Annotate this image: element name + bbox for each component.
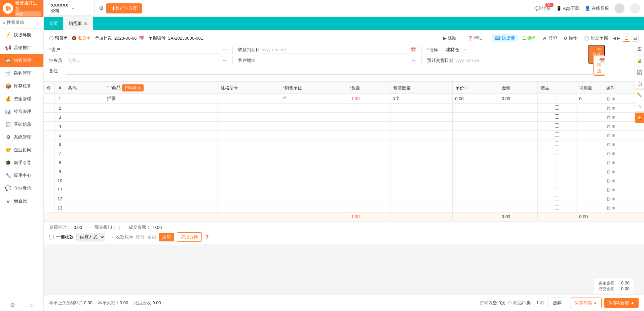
delete-icon[interactable]: 🗑 (606, 124, 610, 129)
row-unit[interactable] (280, 104, 347, 113)
delete-icon[interactable]: 🗑 (606, 151, 610, 156)
account-dots[interactable]: ··· (109, 235, 113, 240)
row-pack-qty[interactable] (390, 203, 452, 212)
row-quantity[interactable] (347, 122, 390, 131)
row-unit-price[interactable] (452, 140, 499, 149)
copy-icon[interactable]: ⊕ (612, 124, 615, 129)
salesperson-input[interactable] (68, 57, 219, 64)
operation-btn[interactable]: ⚙ 操作 (562, 34, 579, 42)
row-unit-price[interactable] (452, 194, 499, 203)
fee-button[interactable]: 费用分摊 (177, 232, 202, 242)
radio-return[interactable]: 退货单 (72, 35, 91, 41)
row-amount[interactable] (499, 158, 537, 167)
tab-sale-order[interactable]: 销货单 ✕ (63, 17, 93, 30)
row-quantity[interactable] (347, 149, 390, 158)
save-new-button[interactable]: 保存&新增 ▲ (604, 298, 639, 308)
row-unit[interactable] (280, 149, 347, 158)
row-spec[interactable] (218, 194, 280, 203)
row-gift[interactable] (538, 122, 576, 131)
row-amount[interactable] (499, 131, 537, 140)
row-spec[interactable] (218, 122, 280, 131)
row-unit-price[interactable] (452, 113, 499, 122)
collapse-icon[interactable]: ◁ (29, 302, 33, 308)
row-unit-price[interactable] (452, 104, 499, 113)
sidebar-item-collab[interactable]: 🤝 企业协同 (0, 144, 43, 156)
gift-checkbox[interactable] (555, 187, 559, 191)
copy-icon[interactable]: ⊕ (612, 178, 615, 183)
row-gift[interactable] (538, 131, 576, 140)
row-barcode[interactable] (65, 203, 104, 212)
warehouse-select-icon[interactable]: ··· (462, 47, 467, 53)
delete-icon[interactable]: 🗑 (606, 187, 610, 192)
row-pack-qty[interactable] (390, 194, 452, 203)
doc-no-value[interactable]: SA-20230606-001 (168, 36, 203, 41)
history-btn[interactable]: 🕐 历史单据 (582, 34, 610, 42)
row-amount[interactable] (499, 185, 537, 194)
sidebar-item-purchase[interactable]: 🛒 采购管理 (0, 67, 43, 80)
row-unit[interactable] (280, 185, 347, 194)
row-pack-qty[interactable] (390, 176, 452, 185)
row-product[interactable] (104, 140, 218, 149)
row-quantity[interactable]: -1.00 (347, 94, 390, 104)
row-gift[interactable] (538, 203, 576, 212)
scan-button[interactable]: 扫码录入 (122, 84, 144, 91)
row-unit[interactable]: 个 (280, 94, 347, 104)
due-date-input[interactable] (262, 46, 409, 53)
row-amount[interactable] (499, 104, 537, 113)
delete-icon[interactable]: 🗑 (606, 205, 610, 210)
row-spec[interactable] (218, 185, 280, 194)
row-pack-qty[interactable] (390, 149, 452, 158)
sidebar-search[interactable]: ≡ 搜索菜单 (0, 17, 43, 29)
radio-return-input[interactable] (72, 36, 76, 40)
copy-icon[interactable]: ⊕ (612, 160, 615, 165)
side-refresh-btn[interactable]: 🔄 (635, 67, 644, 77)
discard-button[interactable]: 放弃 (547, 298, 567, 308)
gift-checkbox[interactable] (555, 169, 559, 173)
row-unit-price[interactable] (452, 203, 499, 212)
row-product[interactable]: 拆贡 (104, 94, 218, 104)
row-spec[interactable] (218, 203, 280, 212)
gift-checkbox[interactable] (555, 151, 559, 155)
row-quantity[interactable] (347, 185, 390, 194)
row-spec[interactable] (218, 94, 280, 104)
next-arrow[interactable]: ▶ (617, 36, 620, 41)
header-gear-icon[interactable]: ⚙ (99, 5, 104, 11)
row-product[interactable] (104, 113, 218, 122)
gift-checkbox[interactable] (555, 205, 559, 209)
row-product[interactable] (104, 122, 218, 131)
row-product[interactable] (104, 131, 218, 140)
gift-checkbox[interactable] (555, 114, 559, 119)
row-gift[interactable] (538, 94, 576, 104)
add-button[interactable]: 添加 (159, 233, 174, 241)
sidebar-item-inventory[interactable]: 📦 库存核算 (0, 80, 43, 92)
sidebar-item-quick-nav[interactable]: ⚡ 快捷导航 (0, 29, 43, 41)
delete-icon[interactable]: 🗑 (606, 169, 610, 174)
sidebar-item-business[interactable]: 📊 经营管理 (0, 105, 43, 118)
shortcut-btn[interactable]: ⌨ 快捷键 (492, 34, 518, 42)
video-btn[interactable]: ▶ 视频 (441, 34, 458, 42)
delete-icon[interactable]: 🗑 (606, 133, 610, 138)
row-unit[interactable] (280, 176, 347, 185)
customer-select-icon[interactable]: ··· (223, 47, 227, 53)
row-amount[interactable] (499, 167, 537, 176)
copy-icon[interactable]: ⊕ (612, 142, 615, 147)
row-gift[interactable] (538, 158, 576, 167)
copy-icon[interactable]: ⊕ (612, 96, 615, 101)
row-pack-qty[interactable]: 1个 (390, 94, 452, 104)
grid-view-btn[interactable]: ⊞ (632, 35, 639, 42)
row-unit[interactable] (280, 203, 347, 212)
row-barcode[interactable] (65, 158, 104, 167)
prev-arrow[interactable]: ◀ (613, 36, 616, 41)
customer-addr-input[interactable] (258, 57, 408, 64)
row-amount[interactable] (499, 203, 537, 212)
expected-cal-icon[interactable]: 📅 (600, 58, 605, 63)
gift-checkbox[interactable] (555, 132, 559, 137)
row-gift[interactable] (538, 104, 576, 113)
side-edit-btn[interactable]: ✏️ (635, 89, 644, 100)
row-unit[interactable] (280, 113, 347, 122)
row-amount[interactable] (499, 113, 537, 122)
row-product[interactable] (104, 185, 218, 194)
row-product[interactable] (104, 176, 218, 185)
addr-select-icon[interactable]: ··· (412, 57, 416, 64)
copy-icon[interactable]: ⊕ (612, 169, 615, 174)
